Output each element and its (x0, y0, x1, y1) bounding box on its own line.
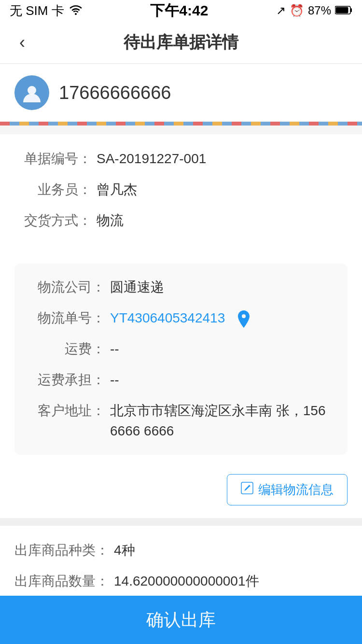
status-bar: 无 SIM 卡 下午4:42 ↗ ⏰ 87% (0, 0, 362, 21)
goods-section: 出库商品种类： 4种 出库商品数量： 14.620000000000001件 (0, 526, 362, 606)
gray-separator (0, 518, 362, 526)
confirm-label: 确认出库 (146, 608, 216, 632)
svg-rect-1 (350, 8, 352, 12)
confirm-button[interactable]: 确认出库 (0, 596, 362, 644)
logistics-tracking-row: 物流单号： YT43064053424​13 (28, 308, 334, 328)
order-info-section: 单据编号： SA-20191227-001 业务员： 曾凡杰 交货方式： 物流 (0, 134, 362, 245)
goods-types-row: 出库商品种类： 4种 (14, 540, 348, 560)
freight-bearer-row: 运费承担： -- (28, 370, 334, 390)
salesman-row: 业务员： 曾凡杰 (14, 180, 348, 200)
location-status-icon: ↗ (276, 4, 286, 17)
goods-types-label: 出库商品种类： (14, 540, 109, 560)
alarm-icon: ⏰ (290, 4, 304, 17)
salesman-label: 业务员： (14, 180, 92, 200)
page-title: 待出库单据详情 (124, 31, 238, 54)
logistics-section: 物流公司： 圆通速递 物流单号： YT43064053424​13 运费： --… (0, 245, 362, 464)
map-pin-icon[interactable] (237, 310, 251, 328)
logistics-company-row: 物流公司： 圆通速递 (28, 277, 334, 297)
goods-quantity-row: 出库商品数量： 14.620000000000001件 (14, 571, 348, 591)
svg-rect-2 (335, 7, 348, 14)
delivery-row: 交货方式： 物流 (14, 210, 348, 231)
status-left: 无 SIM 卡 (10, 2, 83, 19)
dashed-divider (0, 122, 362, 126)
goods-types-value: 4种 (114, 540, 348, 560)
logistics-tracking-label: 物流单号： (28, 308, 105, 328)
edit-logistics-button[interactable]: 编辑物流信息 (227, 474, 348, 505)
edit-icon (241, 482, 253, 498)
goods-quantity-value: 14.620000000000001件 (114, 571, 348, 591)
order-no-label: 单据编号： (14, 149, 92, 169)
logistics-company-label: 物流公司： (28, 277, 105, 297)
goods-quantity-label: 出库商品数量： (14, 571, 109, 591)
status-right: ↗ ⏰ 87% (276, 4, 352, 17)
freight-value: -- (110, 339, 334, 359)
wifi-icon (69, 3, 83, 18)
user-phone: 17666666666 (59, 83, 171, 103)
logistics-card: 物流公司： 圆通速递 物流单号： YT43064053424​13 运费： --… (14, 264, 348, 455)
user-header: 17666666666 (0, 64, 362, 122)
delivery-value: 物流 (97, 210, 348, 231)
delivery-label: 交货方式： (14, 210, 92, 231)
address-value: 北京市市辖区海淀区永丰南 张，156 6666 6666 (110, 401, 334, 441)
order-no-value: SA-20191227-001 (97, 149, 348, 169)
freight-row: 运费： -- (28, 339, 334, 359)
logistics-company-value: 圆通速递 (110, 277, 334, 297)
avatar (14, 75, 49, 110)
order-no-row: 单据编号： SA-20191227-001 (14, 149, 348, 169)
edit-btn-row: 编辑物流信息 (0, 464, 362, 518)
edit-logistics-label: 编辑物流信息 (258, 481, 334, 498)
salesman-value: 曾凡杰 (97, 180, 348, 200)
freight-label: 运费： (28, 339, 105, 359)
freight-bearer-value: -- (110, 370, 334, 390)
status-time: 下午4:42 (150, 1, 208, 21)
freight-bearer-label: 运费承担： (28, 370, 105, 390)
address-row: 客户地址： 北京市市辖区海淀区永丰南 张，156 6666 6666 (28, 401, 334, 441)
logistics-tracking-value: YT43064053424​13 (110, 308, 334, 328)
svg-point-3 (28, 86, 36, 95)
address-label: 客户地址： (28, 401, 105, 421)
carrier-text: 无 SIM 卡 (10, 2, 64, 19)
nav-bar: ‹ 待出库单据详情 (0, 21, 362, 64)
battery-icon (335, 4, 352, 17)
back-button[interactable]: ‹ (14, 28, 30, 57)
battery-text: 87% (308, 4, 331, 17)
